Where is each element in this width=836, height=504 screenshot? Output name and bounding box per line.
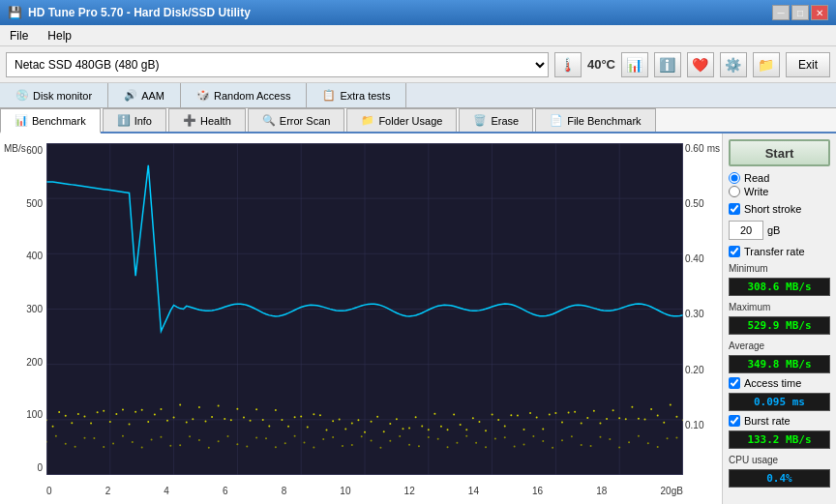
health-tab-icon: ➕ (183, 114, 196, 127)
stroke-unit: gB (767, 224, 780, 236)
write-label: Write (744, 186, 768, 197)
tab-extra-tests[interactable]: 📋 Extra tests (307, 83, 406, 107)
close-button[interactable]: ✕ (811, 5, 828, 20)
y-left-400: 400 (26, 251, 43, 261)
main-tabs: 📊 Benchmark ℹ️ Info ➕ Health 🔍 Error Sca… (0, 108, 836, 133)
maximum-label: Maximum (729, 302, 830, 312)
benchmark-chart (46, 143, 683, 475)
tab-benchmark-label: Benchmark (32, 115, 86, 127)
menu-help[interactable]: Help (44, 27, 75, 44)
short-stroke-checkbox[interactable] (729, 203, 740, 215)
app-icon: 💾 (8, 6, 22, 19)
y-axis-left: 600 500 400 300 200 100 0 (4, 143, 43, 475)
tab-benchmark[interactable]: 📊 Benchmark (0, 108, 101, 133)
chart-wrapper: MB/s ms 600 500 400 300 200 100 0 0.60 0… (0, 133, 722, 504)
x-8: 8 (282, 486, 287, 496)
burst-rate-checkbox-label[interactable]: Burst rate (729, 415, 830, 427)
tab-health-label: Health (200, 115, 231, 127)
x-18: 18 (596, 486, 607, 496)
x-10: 10 (340, 486, 350, 496)
x-20: 20gB (661, 486, 683, 496)
tab-file-benchmark[interactable]: 📄 File Benchmark (535, 108, 655, 132)
thermometer-icon[interactable]: 🌡️ (554, 52, 582, 77)
error-scan-tab-icon: 🔍 (262, 114, 276, 127)
short-stroke-label: Short stroke (744, 203, 801, 215)
maximize-button[interactable]: □ (791, 5, 809, 20)
tab-folder-usage[interactable]: 📁 Folder Usage (346, 108, 457, 132)
tab-erase[interactable]: 🗑️ Erase (459, 108, 533, 132)
menu-bar: File Help (0, 25, 836, 46)
content-area: MB/s ms 600 500 400 300 200 100 0 0.60 0… (0, 133, 836, 504)
tab-disk-monitor[interactable]: 💿 Disk monitor (0, 83, 108, 107)
x-2: 2 (105, 486, 111, 496)
extra-tests-icon: 📋 (322, 89, 336, 102)
access-time-checkbox-label[interactable]: Access time (729, 377, 830, 389)
transfer-rate-checkbox-label[interactable]: Transfer rate (729, 246, 830, 257)
tab-extra-tests-label: Extra tests (340, 90, 390, 102)
access-time-label: Access time (744, 377, 801, 389)
average-label: Average (729, 341, 830, 351)
tab-aam-label: AAM (141, 90, 164, 102)
info-icon[interactable]: ℹ️ (654, 52, 681, 77)
x-12: 12 (404, 486, 415, 496)
toolbar: Netac SSD 480GB (480 gB) 🌡️ 40°C 📊 ℹ️ ❤️… (0, 46, 836, 83)
x-4: 4 (164, 486, 169, 496)
drive-select[interactable]: Netac SSD 480GB (480 gB) (6, 52, 549, 77)
access-time-value: 0.095 ms (729, 393, 830, 411)
health-icon[interactable]: ❤️ (687, 52, 714, 77)
tab-random-access-label: Random Access (214, 90, 290, 102)
tab-random-access[interactable]: 🎲 Random Access (181, 83, 307, 107)
transfer-rate-label: Transfer rate (744, 246, 805, 257)
temperature-display: 40°C (587, 57, 615, 72)
y-right-050: 0.50 (685, 198, 703, 209)
tab-erase-label: Erase (491, 115, 519, 127)
y-left-100: 100 (26, 409, 43, 420)
y-left-0: 0 (37, 462, 43, 473)
tab-file-benchmark-label: File Benchmark (567, 115, 641, 127)
folder-icon[interactable]: 📁 (753, 52, 780, 77)
transfer-rate-checkbox[interactable] (729, 246, 740, 257)
y-axis-right: 0.60 0.50 0.40 0.30 0.20 0.10 (685, 143, 720, 475)
x-axis: 0 2 4 6 8 10 12 14 16 18 20gB (46, 486, 683, 496)
tab-error-scan-label: Error Scan (280, 115, 331, 127)
stroke-row: gB (729, 221, 830, 240)
settings-icon[interactable]: ⚙️ (720, 52, 747, 77)
cpu-usage-label: CPU usage (729, 455, 830, 465)
minimum-value: 308.6 MB/s (729, 278, 830, 296)
tab-disk-monitor-label: Disk monitor (33, 90, 92, 102)
tab-aam[interactable]: 🔊 AAM (108, 83, 181, 107)
window-title: HD Tune Pro 5.70 - Hard Disk/SSD Utility (28, 6, 251, 19)
read-radio-label[interactable]: Read (729, 172, 830, 184)
y-left-500: 500 (26, 198, 43, 209)
y-right-060: 0.60 (685, 143, 703, 154)
average-value: 349.8 MB/s (729, 355, 830, 373)
burst-rate-checkbox[interactable] (729, 415, 740, 427)
stroke-input[interactable] (729, 221, 763, 240)
write-radio-label[interactable]: Write (729, 186, 830, 197)
y-left-300: 300 (26, 304, 43, 314)
minimize-button[interactable]: ─ (772, 5, 790, 20)
aam-icon: 🔊 (124, 89, 137, 102)
read-write-group: Read Write (729, 172, 830, 197)
cpu-usage-value: 0.4% (729, 469, 830, 488)
benchmark-icon[interactable]: 📊 (621, 52, 648, 77)
start-button[interactable]: Start (729, 139, 830, 166)
disk-monitor-icon: 💿 (15, 89, 29, 102)
exit-button[interactable]: Exit (786, 52, 830, 77)
temperature-value: 40°C (587, 57, 615, 72)
maximum-value: 529.9 MB/s (729, 316, 830, 335)
tab-info[interactable]: ℹ️ Info (103, 108, 166, 132)
benchmark-tab-icon: 📊 (15, 114, 28, 127)
tab-error-scan[interactable]: 🔍 Error Scan (248, 108, 345, 132)
tab-health[interactable]: ➕ Health (168, 108, 246, 132)
short-stroke-checkbox-label[interactable]: Short stroke (729, 203, 830, 215)
access-time-checkbox[interactable] (729, 377, 740, 389)
menu-file[interactable]: File (6, 27, 32, 44)
read-radio[interactable] (729, 172, 740, 184)
write-radio[interactable] (729, 186, 740, 197)
erase-tab-icon: 🗑️ (473, 114, 487, 127)
y-right-010: 0.10 (685, 420, 703, 430)
burst-rate-label: Burst rate (744, 415, 791, 427)
tab-folder-usage-label: Folder Usage (378, 115, 442, 127)
y-right-040: 0.40 (685, 253, 703, 264)
